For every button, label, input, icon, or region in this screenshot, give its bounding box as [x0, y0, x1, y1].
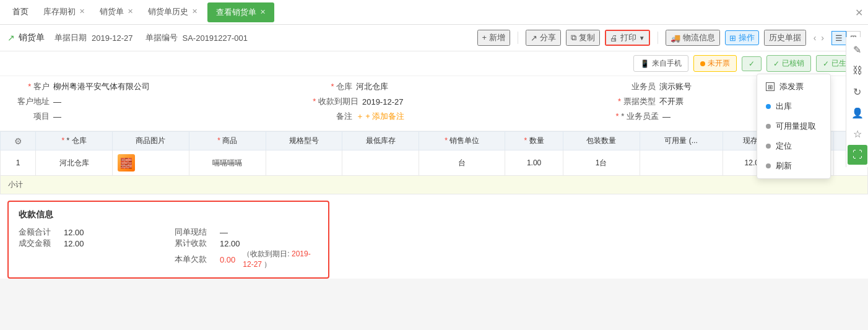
note-label: 备注 — [313, 111, 356, 122]
cumulative-label: 累计收款 — [175, 238, 215, 249]
dropdown-available-qty[interactable]: 可用量提取 — [757, 116, 830, 136]
tab-sales[interactable]: 销货单 ✕ — [92, 0, 141, 25]
table-wrapper: ⚙ * * 仓库 商品图片 * 商品 规格型号 最低库存 * 销售单位 * 数量… — [0, 131, 868, 194]
tab-inventory[interactable]: 库存期初 ✕ — [36, 0, 92, 25]
cell-spec — [266, 150, 342, 176]
tab-sales-history-close[interactable]: ✕ — [192, 7, 197, 15]
table-header-row: ⚙ * * 仓库 商品图片 * 商品 规格型号 最低库存 * 销售单位 * 数量… — [1, 132, 868, 150]
sidebar-expand-btn[interactable]: ⛶ — [848, 145, 867, 165]
dropdown-refresh[interactable]: 刷新 — [757, 156, 830, 176]
col-pack-qty: 包装数量 — [563, 132, 640, 150]
window-close[interactable]: ✕ — [855, 6, 863, 18]
list-view-btn[interactable]: ☰ — [831, 31, 846, 45]
total-value: 12.00 — [64, 228, 84, 237]
address-value: — — [53, 97, 313, 106]
divider-1 — [518, 32, 518, 44]
add-note-btn[interactable]: ＋ + 添加备注 — [356, 111, 404, 122]
payment-col-left: 金额合计 12.00 成交金额 12.00 — [19, 227, 162, 270]
balance-row: 本单欠款 0.00 （收款到期日: 2019-12-27 ） — [175, 249, 318, 270]
cumulative-value: 12.00 — [220, 239, 240, 248]
col-warehouse: * * 仓库 — [36, 132, 113, 150]
doc-date-label: 单据日期 2019-12-27 — [54, 32, 133, 43]
operation-button[interactable]: ⊞ 操作 — [725, 30, 759, 45]
divider-2 — [658, 32, 658, 44]
cell-warehouse: 河北仓库 — [36, 150, 113, 176]
check-icon: ✓ — [749, 59, 755, 68]
dropdown-add-invoice[interactable]: ⊞ 添发票 — [757, 77, 830, 97]
same-order-row: 同单现结 — — [175, 227, 318, 238]
copy-button[interactable]: ⧉ 复制 — [566, 30, 600, 46]
nav-arrows: ‹ › — [811, 32, 827, 44]
cell-product-name: 嗝嗝嗝嗝 — [189, 150, 266, 176]
operation-dropdown: ⊞ 添发票 出库 可用量提取 定位 刷新 — [757, 74, 831, 179]
doc-header: ↗ 销货单 单据日期 2019-12-27 单据编号 SA-20191227-0… — [0, 25, 868, 51]
logistics-icon: 🚚 — [671, 33, 680, 43]
employee-label: 业务员 — [616, 81, 659, 92]
copy-icon: ⧉ — [571, 33, 576, 43]
locate-dot-icon — [766, 144, 771, 149]
ticket-type-label: * 票据类型 — [616, 96, 659, 107]
from-phone-btn[interactable]: 📱 来自手机 — [633, 55, 688, 72]
not-open-btn[interactable]: 未开票 — [693, 55, 737, 72]
payment-grid: 金额合计 12.00 成交金额 12.00 同单现结 — 累计收款 12.00 — [19, 227, 318, 270]
same-order-value: — — [220, 228, 228, 237]
col-min-stock: 最低库存 — [342, 132, 419, 150]
share-icon: ↗ — [531, 33, 537, 43]
sidebar-refresh-btn[interactable]: ↻ — [848, 82, 867, 102]
check-btn[interactable]: ✓ — [742, 56, 762, 71]
col-spec: 规格型号 — [266, 132, 342, 150]
print-icon: 🖨 — [610, 33, 618, 43]
sidebar-star-btn[interactable]: ☆ — [848, 124, 867, 144]
due-date-label: * 收款到期日 — [313, 96, 362, 107]
col-product: * 商品 — [189, 132, 266, 150]
cell-qty: 1.00 — [505, 150, 563, 176]
print-button[interactable]: 🖨 打印 ▼ — [606, 31, 649, 45]
doc-title: ↗ 销货单 — [7, 32, 45, 43]
tab-view-sales-close[interactable]: ✕ — [260, 8, 266, 16]
due-date-field: * 收款到期日 2019-12-27 — [313, 96, 615, 107]
tab-inventory-close[interactable]: ✕ — [79, 7, 85, 15]
tab-home[interactable]: 首页 — [5, 0, 36, 25]
transaction-value: 12.00 — [64, 239, 84, 248]
logistics-button[interactable]: 🚚 物流信息 — [666, 30, 720, 46]
tab-bar: 首页 库存期初 ✕ 销货单 ✕ 销货单历史 ✕ 查看销货单 ✕ ✕ — [0, 0, 868, 25]
payment-section: 收款信息 金额合计 12.00 成交金额 12.00 同单现结 — 累计收款 — [7, 201, 329, 279]
cell-unit: 台 — [419, 150, 505, 176]
cumulative-row: 累计收款 12.00 — [175, 238, 318, 249]
refresh-dot-icon — [766, 163, 771, 168]
new-button[interactable]: + 新增 — [477, 30, 510, 46]
warehouse-label: * 仓库 — [313, 81, 356, 92]
transaction-row: 成交金额 12.00 — [19, 238, 162, 249]
cell-no: 1 — [1, 150, 36, 176]
void-check-icon: ✓ — [773, 59, 779, 68]
col-gear: ⚙ — [1, 132, 36, 150]
tab-view-sales[interactable]: 查看销货单 ✕ — [207, 2, 274, 22]
doc-number-label: 单据编号 SA-20191227-001 — [145, 32, 248, 43]
col-available: 可用量 (... — [640, 132, 723, 150]
tab-sales-close[interactable]: ✕ — [128, 7, 133, 15]
outbound-dot-icon — [766, 104, 771, 109]
tab-sales-history[interactable]: 销货单历史 ✕ — [141, 0, 205, 25]
col-qty: * 数量 — [505, 132, 563, 150]
voided-btn[interactable]: ✓ 已核销 — [766, 55, 811, 72]
sidebar-edit-btn[interactable]: ✎ — [848, 40, 867, 59]
product-image: 🧱 — [118, 154, 135, 172]
print-dropdown-arrow: ▼ — [639, 35, 645, 41]
table-row: 1 河北仓库 🧱 嗝嗝嗝嗝 台 1.00 1台 12.00 0. — [1, 150, 868, 176]
share-button[interactable]: ↗ 分享 — [526, 30, 561, 46]
history-button[interactable]: 历史单据 — [764, 30, 806, 46]
prev-arrow[interactable]: ‹ — [811, 32, 819, 44]
cell-min-stock — [342, 150, 419, 176]
cell-pack-qty: 1台 — [563, 150, 640, 176]
warehouse-value: 河北仓库 — [356, 81, 615, 92]
order-table: ⚙ * * 仓库 商品图片 * 商品 规格型号 最低库存 * 销售单位 * 数量… — [0, 131, 868, 194]
sales-person-label: * * 业务员孟 — [616, 111, 662, 122]
dropdown-locate[interactable]: 定位 — [757, 136, 830, 156]
sidebar-link-btn[interactable]: ⛓ — [848, 61, 867, 80]
dropdown-outbound[interactable]: 出库 — [757, 97, 830, 116]
transaction-label: 成交金额 — [19, 238, 59, 249]
next-arrow[interactable]: › — [818, 32, 827, 44]
project-label: 项目 — [10, 111, 53, 122]
circle-icon — [700, 61, 705, 66]
sidebar-user-btn[interactable]: 👤 — [848, 103, 867, 123]
